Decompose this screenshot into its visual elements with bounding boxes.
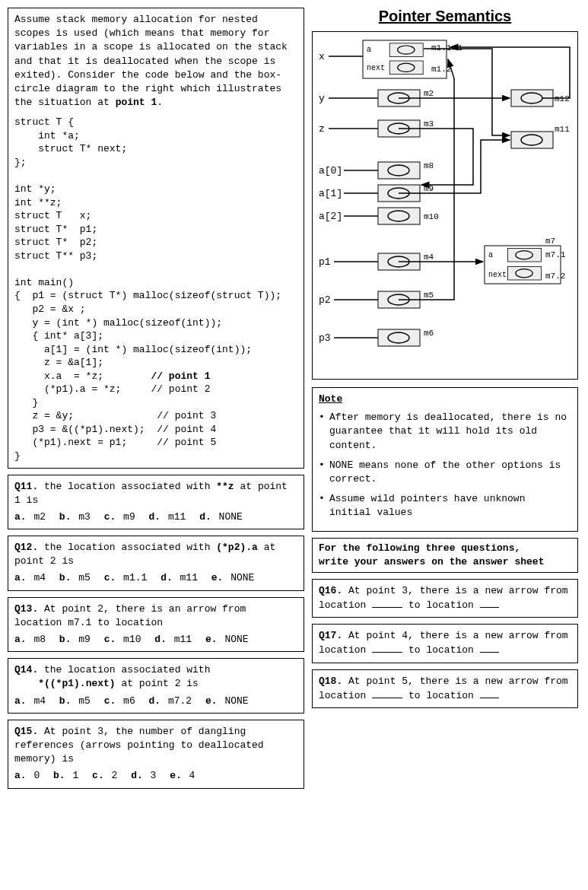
intro-text: Assume stack memory allocation for neste… [14, 13, 297, 110]
diag-label-m11: m11 [555, 125, 570, 134]
note-bullet-2: NONE means none of the other options is … [319, 459, 571, 486]
q13-options: a. m8 b. m9 c. m10 d. m11 e. NONE [14, 633, 297, 647]
diag-label-x-a: a [367, 46, 371, 54]
note-bullet-3: Assume wild pointers have unknown initia… [319, 492, 571, 520]
diag-label-x-next: next [367, 64, 385, 72]
diag-label-m12: m12 [555, 94, 570, 103]
q11-label: Q11. [14, 481, 38, 492]
diagram-svg: .vlab{font:13px "Courier New",monospace;… [317, 37, 573, 371]
note-bullet-1: After memory is deallocated, there is no… [319, 411, 571, 453]
q16-blank-to[interactable] [480, 598, 499, 608]
diag-label-m1: m1 [453, 43, 463, 52]
q12-box: Q12. the location associated with (*p2).… [8, 536, 304, 591]
q17-box: Q17. At point 4, there is a new arrow fr… [312, 624, 578, 663]
q16-blank-from[interactable] [372, 598, 402, 608]
diag-label-m7-next: next [488, 271, 507, 279]
code-block: struct T { int *a; struct T* next; }; in… [14, 116, 297, 462]
intro-code-box: Assume stack memory allocation for neste… [8, 8, 304, 469]
diag-label-p1: p1 [319, 256, 331, 268]
diag-label-m5: m5 [424, 291, 434, 300]
q12-label: Q12. [14, 542, 38, 553]
diag-label-m7-2: m7.2 [545, 272, 565, 281]
q18-box: Q18. At point 5, there is a new arrow fr… [312, 669, 578, 708]
diag-label-m7-a: a [488, 251, 493, 259]
q16-label: Q16. [319, 585, 342, 596]
diag-label-m6: m6 [424, 329, 434, 338]
diag-label-m1-2: m1.2 [431, 65, 451, 74]
write-answers-header: For the following three questions, write… [312, 538, 578, 573]
diag-label-y: y [319, 93, 325, 104]
q17-label: Q17. [319, 630, 342, 641]
diag-label-m10: m10 [424, 212, 439, 221]
q11-box: Q11. the location associated with **z at… [8, 475, 304, 530]
diag-label-p2: p2 [319, 294, 331, 306]
q11-options: a. m2 b. m3 c. m9 d. m11 d. NONE [14, 510, 297, 524]
diag-label-a1: a[1] [319, 188, 342, 199]
diag-label-m4: m4 [424, 253, 434, 262]
q17-blank-to[interactable] [480, 643, 499, 653]
q16-box: Q16. At point 3, there is a new arrow fr… [312, 579, 578, 618]
diag-label-a0: a[0] [319, 165, 342, 176]
q15-options: a. 0 b. 1 c. 2 d. 3 e. 4 [14, 769, 297, 783]
diag-label-p3: p3 [319, 332, 331, 344]
diag-label-m1-1: m1.1 [431, 43, 452, 52]
note-title: Note [319, 393, 571, 406]
q15-box: Q15. At point 3, the number of dangling … [8, 720, 304, 789]
q18-label: Q18. [319, 675, 342, 687]
q18-blank-from[interactable] [372, 688, 402, 698]
diag-label-m7: m7 [545, 237, 555, 246]
diag-label-z: z [319, 123, 325, 135]
diag-label-x: x [319, 51, 325, 62]
q14-box: Q14. the location associated with *((*p1… [8, 658, 304, 714]
q14-options: a. m4 b. m5 c. m6 d. m7.2 e. NONE [14, 695, 297, 708]
diag-label-m2: m2 [424, 89, 434, 98]
note-box: Note After memory is deallocated, there … [312, 387, 578, 532]
pointer-diagram: .vlab{font:13px "Courier New",monospace;… [312, 31, 578, 380]
q14-label: Q14. [14, 664, 38, 675]
q13-label: Q13. [14, 603, 38, 615]
diag-label-m9: m9 [424, 184, 434, 193]
diag-label-m8: m8 [424, 161, 434, 170]
q12-options: a. m4 b. m5 c. m1.1 d. m11 e. NONE [14, 571, 297, 585]
diag-label-m7-1: m7.1 [545, 250, 566, 259]
page-title: Pointer Semantics [312, 8, 578, 25]
diag-label-a2: a[2] [319, 211, 342, 222]
diag-label-m3: m3 [424, 119, 434, 129]
q15-label: Q15. [14, 726, 38, 737]
q17-blank-from[interactable] [372, 643, 402, 653]
q13-box: Q13. At point 2, there is an arrow from … [8, 597, 304, 653]
q18-blank-to[interactable] [480, 688, 499, 698]
